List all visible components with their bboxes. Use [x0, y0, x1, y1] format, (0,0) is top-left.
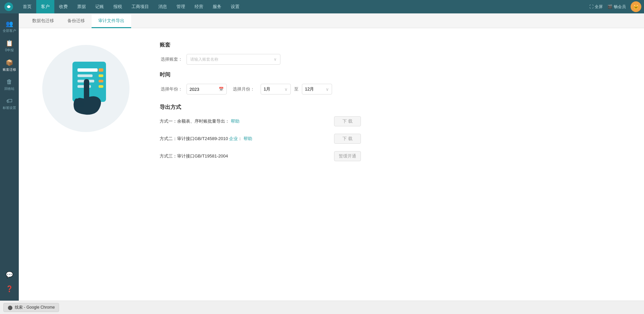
- nav-manage[interactable]: 管理: [172, 0, 190, 13]
- tab-data-migration[interactable]: 数据包迁移: [25, 14, 61, 28]
- sidebar-chat-button[interactable]: 💬: [6, 268, 13, 281]
- sidebar-item-all-clients-label: 全部客户: [3, 29, 16, 33]
- taskbar-chrome-item[interactable]: ⬤ 线索 - Google Chrome: [3, 303, 59, 312]
- fullscreen-icon: ⛶: [589, 4, 593, 9]
- nav-operation[interactable]: 经营: [190, 0, 208, 13]
- nav-client[interactable]: 客户: [36, 0, 54, 13]
- account-migration-icon: 📦: [6, 59, 13, 66]
- page-content: 账套 选择账套： 请输入账套名称 ∨ 时间 选择年份： 2023 📅: [19, 28, 644, 301]
- export-section-title: 导出方式: [160, 104, 361, 111]
- month-start-value: 1月: [264, 86, 270, 92]
- time-inputs: 2023 📅 选择月份： 1月 ∨ 至 12月 ∨: [186, 84, 332, 95]
- export-method1-row: 方式一：余额表、序时账批量导出： 帮助 下 载: [160, 116, 361, 126]
- method1-download-button[interactable]: 下 载: [334, 116, 361, 126]
- time-separator: 至: [294, 86, 299, 92]
- sidebar-bottom: 💬 ❓: [6, 268, 13, 301]
- nav-message[interactable]: 消息: [154, 0, 172, 13]
- account-placeholder: 请输入账套名称: [190, 57, 218, 62]
- svg-rect-7: [99, 68, 103, 72]
- tab-audit-export[interactable]: 审计文件导出: [92, 14, 131, 28]
- top-nav: 首页 客户 收费 票据 记账 报税 工商项目 消息 管理 经营 服务 设置 ⛶ …: [0, 0, 644, 13]
- sidebar-item-recycle-label: 回收站: [4, 87, 14, 91]
- nav-tax[interactable]: 报税: [109, 0, 127, 13]
- content-area: 数据包迁移 备份迁移 审计文件导出: [19, 13, 644, 301]
- year-input[interactable]: 2023 📅: [186, 84, 227, 95]
- sidebar: 👥 全部客户 📋 0申报 📦 账套迁移 🗑 回收站 🏷 标签设置 💬 ❓: [0, 13, 19, 301]
- export-method2-label: 方式二：审计接口GB/T24589-2010 企业： 帮助: [160, 136, 334, 142]
- tab-backup-migration[interactable]: 备份迁移: [61, 14, 92, 28]
- nav-service[interactable]: 服务: [208, 0, 226, 13]
- method2-download-button[interactable]: 下 载: [334, 134, 361, 144]
- year-label: 选择年份：: [160, 86, 186, 92]
- export-method3-row: 方式三：审计接口GB/T19581-2004 暂缓开通: [160, 151, 361, 161]
- month-end-value: 12月: [305, 86, 314, 92]
- method1-help-link[interactable]: 帮助: [231, 119, 239, 124]
- month-end-arrow-icon: ∨: [326, 87, 329, 92]
- nav-bookkeeping[interactable]: 记账: [91, 0, 109, 13]
- nav-business[interactable]: 工商项目: [127, 0, 154, 13]
- form-area: 账套 选择账套： 请输入账套名称 ∨ 时间 选择年份： 2023 📅: [160, 42, 361, 169]
- fullscreen-label: 全屏: [595, 4, 603, 10]
- app-logo: [3, 1, 15, 13]
- svg-rect-9: [99, 80, 103, 82]
- fullscreen-button[interactable]: ⛶ 全屏: [589, 4, 603, 10]
- export-method3-label: 方式三：审计接口GB/T19581-2004: [160, 153, 334, 159]
- user-avatar[interactable]: 🐱: [631, 1, 641, 12]
- time-section-title: 时间: [160, 71, 361, 78]
- month-start-select[interactable]: 1月 ∨: [261, 84, 291, 95]
- nav-menu: 首页 客户 收费 票据 记账 报税 工商项目 消息 管理 经营 服务 设置: [18, 0, 589, 13]
- svg-point-1: [7, 5, 10, 8]
- zero-report-icon: 📋: [6, 40, 13, 47]
- method2-text: 方式二：审计接口GB/T24589-2010: [160, 136, 228, 141]
- account-select[interactable]: 请输入账套名称 ∨: [186, 54, 280, 65]
- tabs-bar: 数据包迁移 备份迁移 审计文件导出: [19, 13, 644, 28]
- method3-text: 方式三：审计接口GB/T19581-2004: [160, 153, 228, 159]
- export-section: 导出方式 方式一：余额表、序时账批量导出： 帮助 下 载 方式二：审计接口GB/…: [160, 104, 361, 161]
- year-value: 2023: [190, 87, 199, 92]
- time-row: 选择年份： 2023 📅 选择月份： 1月 ∨ 至 12月: [160, 84, 361, 95]
- chrome-icon: ⬤: [8, 305, 13, 310]
- svg-rect-10: [99, 85, 103, 88]
- month-start-arrow-icon: ∨: [284, 87, 288, 92]
- sidebar-item-zero-report-label: 0申报: [5, 48, 14, 52]
- nav-invoice[interactable]: 票据: [72, 0, 91, 13]
- nav-home[interactable]: 首页: [18, 0, 36, 13]
- export-method2-row: 方式二：审计接口GB/T24589-2010 企业： 帮助 下 载: [160, 134, 361, 144]
- month-end-select[interactable]: 12月 ∨: [302, 84, 332, 95]
- taskbar-item-label: 线索 - Google Chrome: [15, 305, 55, 310]
- sidebar-item-account-migration-label: 账套迁移: [3, 68, 16, 72]
- method2-help-link[interactable]: 帮助: [244, 136, 252, 141]
- taskbar: ⬤ 线索 - Google Chrome: [0, 301, 644, 314]
- member-label: 畅会员: [614, 4, 626, 10]
- recycle-icon: 🗑: [6, 78, 12, 85]
- account-row: 选择账套： 请输入账套名称 ∨: [160, 54, 361, 65]
- illustration-area: [39, 42, 133, 135]
- nav-settings[interactable]: 设置: [226, 0, 244, 13]
- sidebar-item-tag-settings-label: 标签设置: [3, 106, 16, 110]
- month-label: 选择月份：: [230, 86, 257, 92]
- export-method1-label: 方式一：余额表、序时账批量导出： 帮助: [160, 118, 334, 124]
- member-button[interactable]: 🎬 畅会员: [607, 4, 626, 10]
- sidebar-item-tag-settings[interactable]: 🏷 标签设置: [0, 94, 19, 113]
- calendar-icon: 📅: [219, 87, 224, 91]
- illustration-circle: [42, 45, 129, 132]
- dropdown-arrow-icon: ∨: [274, 57, 277, 62]
- method1-text: 方式一：余额表、序时账批量导出：: [160, 119, 229, 124]
- main-layout: 👥 全部客户 📋 0申报 📦 账套迁移 🗑 回收站 🏷 标签设置 💬 ❓ 数据包…: [0, 13, 644, 301]
- nav-right: ⛶ 全屏 🎬 畅会员 🐱: [589, 1, 641, 12]
- method3-coming-soon-button[interactable]: 暂缓开通: [334, 151, 361, 161]
- method2-enterprise-text: 企业: [229, 136, 238, 141]
- nav-billing[interactable]: 收费: [54, 0, 72, 13]
- sidebar-item-account-migration[interactable]: 📦 账套迁移: [0, 56, 19, 75]
- sidebar-item-all-clients[interactable]: 👥 全部客户: [0, 17, 19, 36]
- sidebar-item-zero-report[interactable]: 📋 0申报: [0, 36, 19, 56]
- sidebar-item-recycle[interactable]: 🗑 回收站: [0, 75, 19, 94]
- account-section-title: 账套: [160, 42, 361, 49]
- illustration-svg: [56, 55, 116, 122]
- svg-rect-8: [99, 74, 103, 77]
- account-label: 选择账套：: [160, 56, 186, 62]
- all-clients-icon: 👥: [6, 20, 13, 27]
- tag-settings-icon: 🏷: [6, 98, 12, 105]
- sidebar-help-button[interactable]: ❓: [6, 282, 13, 295]
- member-icon: 🎬: [607, 4, 612, 9]
